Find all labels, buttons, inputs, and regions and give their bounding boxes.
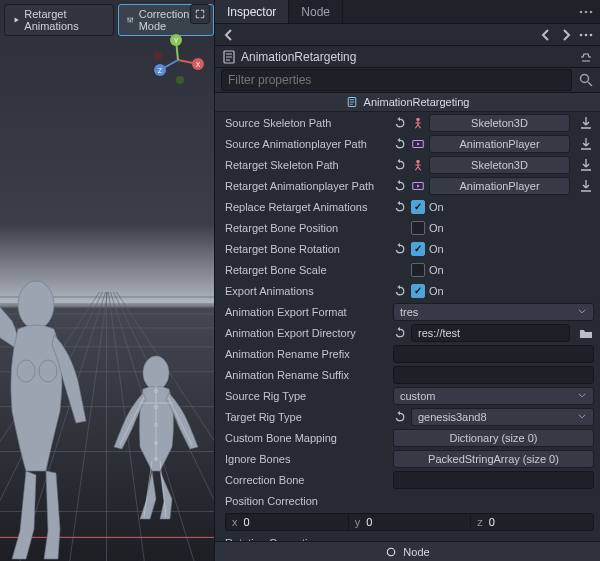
revert-icon[interactable] [393,137,407,151]
section-header[interactable]: AnimationRetargeting [215,92,600,112]
history-forward-icon[interactable] [558,27,574,43]
source-skeleton-path-field[interactable]: Skeleton3D [429,114,570,132]
revert-icon[interactable] [393,410,407,424]
animation-rename-suffix-label: Animation Rename Suffix [225,369,387,381]
script-icon [221,49,237,65]
animation-export-directory-input[interactable] [411,324,570,342]
revert-icon[interactable] [393,284,407,298]
assign-icon[interactable] [578,115,594,131]
replace-retarget-checkbox[interactable] [411,200,425,214]
position-y-input[interactable]: y0 [348,513,471,531]
retarget-skeleton-path-field[interactable]: Skeleton3D [429,156,570,174]
inspector-panel: Inspector Node AnimationRetargeting Anim… [215,0,600,561]
target-rig-type-dropdown[interactable]: genesis3and8 [411,408,594,426]
retarget-bone-rotation-label: Retarget Bone Rotation [225,243,387,255]
skeleton-icon [411,158,425,172]
dock-tabs: Inspector Node [215,0,600,24]
tab-node[interactable]: Node [289,0,343,23]
object-tools-icon[interactable] [578,49,594,65]
source-rig-type-label: Source Rig Type [225,390,387,402]
retarget-animations-label: Retarget Animations [24,8,106,32]
search-icon[interactable] [578,72,594,88]
source-rig-type-dropdown[interactable]: custom [393,387,594,405]
animation-export-directory-label: Animation Export Directory [225,327,387,339]
animation-rename-prefix-label: Animation Rename Prefix [225,348,387,360]
revert-icon[interactable] [393,200,407,214]
animation-rename-prefix-input[interactable] [393,345,594,363]
svg-line-22 [20,292,106,561]
svg-line-27 [113,292,214,561]
revert-icon[interactable] [393,116,407,130]
svg-point-18 [154,52,162,60]
back-icon[interactable] [221,27,237,43]
assign-icon[interactable] [578,136,594,152]
assign-icon[interactable] [578,157,594,173]
target-rig-type-label: Target Rig Type [225,411,387,423]
source-animationplayer-path-field[interactable]: AnimationPlayer [429,135,570,153]
animation-export-format-label: Animation Export Format [225,306,387,318]
replace-retarget-label: Replace Retarget Animations [225,201,387,213]
history-back-icon[interactable] [538,27,554,43]
source-skeleton-path-label: Source Skeleton Path [225,117,387,129]
retarget-skeleton-path-label: Retarget Skeleton Path [225,159,387,171]
toolbar-more-icon[interactable] [578,27,594,43]
assign-icon[interactable] [578,178,594,194]
animation-export-format-dropdown[interactable]: tres [393,303,594,321]
skeleton-icon [411,116,425,130]
retarget-bone-position-label: Retarget Bone Position [225,222,387,234]
svg-line-26 [110,292,194,561]
svg-line-21 [0,292,103,561]
retarget-animationplayer-path-field[interactable]: AnimationPlayer [429,177,570,195]
custom-bone-mapping-label: Custom Bone Mapping [225,432,387,444]
properties-list: Source Skeleton Path Skeleton3D Source A… [215,112,600,541]
correction-bone-label: Correction Bone [225,474,387,486]
svg-line-20 [0,292,100,561]
ignore-bones-label: Ignore Bones [225,453,387,465]
fullscreen-button[interactable] [190,4,210,24]
ignore-bones-field[interactable]: PackedStringArray (size 0) [393,450,594,468]
source-animationplayer-path-label: Source Animationplayer Path [225,138,387,150]
ground-grid [0,292,214,561]
gizmo-z-label: Z [158,67,163,74]
position-correction-vector: x0 y0 z0 [225,513,594,531]
revert-icon[interactable] [393,326,407,340]
folder-icon[interactable] [578,325,594,341]
section-script-icon [346,96,358,108]
retarget-bone-position-checkbox[interactable] [411,221,425,235]
position-correction-label: Position Correction [225,495,594,507]
retarget-bone-rotation-checkbox[interactable] [411,242,425,256]
correction-bone-input[interactable] [393,471,594,489]
retarget-bone-scale-label: Retarget Bone Scale [225,264,387,276]
object-row: AnimationRetargeting [215,46,600,68]
node-icon [385,546,397,558]
position-z-input[interactable]: z0 [470,513,594,531]
retarget-bone-scale-checkbox[interactable] [411,263,425,277]
tab-inspector[interactable]: Inspector [215,0,289,23]
node-section-header[interactable]: Node [215,541,600,561]
gizmo-y-label: Y [174,37,179,44]
animation-rename-suffix-input[interactable] [393,366,594,384]
revert-icon[interactable] [393,179,407,193]
viewport-3d[interactable]: Retarget Animations Correction Mode X Y [0,0,215,561]
svg-line-25 [108,292,144,561]
gizmo-x-label: X [196,61,201,68]
revert-icon[interactable] [393,242,407,256]
dock-more-icon[interactable] [578,4,594,20]
position-x-input[interactable]: x0 [225,513,348,531]
animationplayer-icon [411,179,425,193]
object-name: AnimationRetargeting [241,50,574,64]
svg-point-19 [176,76,184,84]
custom-bone-mapping-field[interactable]: Dictionary (size 0) [393,429,594,447]
revert-icon[interactable] [393,158,407,172]
svg-line-23 [70,292,108,561]
inspector-toolbar [215,24,600,46]
retarget-animationplayer-path-label: Retarget Animationplayer Path [225,180,387,192]
orientation-gizmo[interactable]: X Y Z [154,36,202,84]
svg-line-28 [116,292,214,561]
export-animations-checkbox[interactable] [411,284,425,298]
animationplayer-icon [411,137,425,151]
export-animations-label: Export Animations [225,285,387,297]
retarget-animations-button[interactable]: Retarget Animations [4,4,114,36]
filter-properties-input[interactable] [221,69,572,91]
